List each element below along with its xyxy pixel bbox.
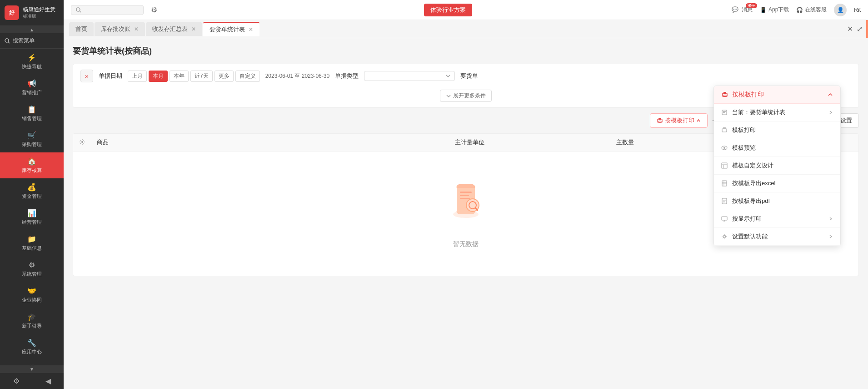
date-filter-label: 单据日期 [99, 72, 122, 80]
dropdown-item-export-excel[interactable]: 按模板导出excel [714, 175, 840, 192]
inventory-icon: 🏠 [27, 157, 36, 166]
chevron-down-icon [445, 73, 451, 79]
tab-order-stats-close[interactable]: ✕ [249, 26, 253, 33]
sidebar-item-operation[interactable]: 📊 经营管理 [0, 204, 64, 230]
topbar-search-icon [76, 7, 81, 13]
sidebar-logo: 好 畅康通好生意 标准版 [0, 0, 64, 26]
date-btn-this-year[interactable]: 本年 [170, 71, 189, 82]
enterprise-icon: 🤝 [27, 287, 36, 295]
tabs-close-btn[interactable]: ✕ [847, 25, 853, 33]
svg-point-0 [5, 39, 9, 42]
tab-collect-summary[interactable]: 收发存汇总表 ✕ [146, 22, 202, 36]
trial-button[interactable]: 体验行业方案 [424, 4, 472, 16]
search-icon [5, 38, 10, 44]
display-print-label: 按显示打印 [732, 215, 762, 223]
tab-inventory-batch-label: 库存批次账 [101, 25, 130, 33]
sidebar-footer: ⚙ ◀ [0, 373, 64, 389]
topbar-search-box[interactable] [71, 5, 144, 15]
messages-area[interactable]: 💬 99+ 消息 [732, 6, 753, 14]
sales-icon: 📋 [27, 105, 36, 114]
tab-home[interactable]: 首页 [69, 22, 94, 36]
tabs-maximize-btn[interactable]: ⤢ [857, 25, 863, 33]
svg-point-8 [81, 141, 83, 143]
sidebar-item-label: 经营管理 [22, 219, 42, 226]
sidebar-scroll-down[interactable]: ▼ [0, 365, 64, 373]
tab-order-stats[interactable]: 要货单统计表 ✕ [203, 22, 259, 36]
svg-rect-20 [723, 111, 726, 112]
printer-small-icon [721, 127, 728, 133]
purchase-icon: 🛒 [27, 131, 36, 140]
sidebar-search[interactable]: 搜索菜单 [0, 33, 64, 49]
date-btn-7days[interactable]: 近7天 [190, 71, 213, 82]
topbar-gear-icon[interactable]: ⚙ [151, 5, 157, 14]
page-title: 要货单统计表(按商品) [73, 45, 859, 56]
sidebar-item-appstore[interactable]: 🔧 应用中心 [0, 334, 64, 360]
sidebar-item-finance[interactable]: 💰 资金管理 [0, 178, 64, 204]
headset-icon: 🎧 [796, 7, 803, 13]
date-btn-more[interactable]: 更多 [215, 71, 234, 82]
sidebar-settings-btn[interactable]: ⚙ [13, 377, 20, 385]
online-service-area[interactable]: 🎧 在线客服 [796, 6, 827, 14]
date-btn-last-month[interactable]: 上月 [128, 71, 147, 82]
chevron-right-icon [828, 110, 833, 115]
operation-icon: 📊 [27, 209, 36, 217]
resize-handle[interactable] [866, 20, 868, 38]
app-logo-icon: 好 [5, 5, 19, 20]
app-download-area[interactable]: 📱 App下载 [760, 6, 789, 14]
print-button[interactable]: 按模板打印 [650, 113, 708, 128]
date-btn-custom[interactable]: 自定义 [235, 71, 260, 82]
expand-more-btn[interactable]: 展开更多条件 [440, 90, 492, 102]
sidebar-item-label: 营销推广 [22, 89, 42, 96]
current-template-item[interactable]: 当前：要货单统计表 [714, 104, 840, 121]
th-unit: 主计量单位 [392, 138, 547, 147]
dropdown-item-template-design[interactable]: 模板自定义设计 [714, 157, 840, 175]
svg-line-3 [80, 11, 81, 12]
svg-rect-22 [722, 129, 727, 132]
dropdown-title: 按模板打印 [732, 91, 764, 99]
sidebar: 好 畅康通好生意 标准版 ▲ 搜索菜单 ⚡ 快捷导航 📢 营销推广 📋 销售管理… [0, 0, 64, 389]
filter-expand-btn[interactable]: » [80, 70, 93, 82]
date-btn-this-month[interactable]: 本月 [149, 71, 168, 82]
svg-rect-17 [723, 92, 726, 94]
export-pdf-label: 按模板导出pdf [732, 197, 770, 205]
dropdown-item-template-preview[interactable]: 模板预览 [714, 139, 840, 157]
sidebar-item-shortcut[interactable]: ⚡ 快捷导航 [0, 49, 64, 75]
sidebar-item-basic[interactable]: 📁 基础信息 [0, 230, 64, 256]
filter-row-1: » 单据日期 上月 本月 本年 近7天 更多 自定义 2023-06-01 至 … [80, 70, 851, 82]
dropdown-item-default-func[interactable]: 设置默认功能 [714, 228, 840, 246]
sidebar-item-enterprise[interactable]: 🤝 企业协同 [0, 282, 64, 308]
finance-icon: 💰 [27, 183, 36, 192]
th-quantity: 主数量 [547, 138, 703, 147]
sidebar-collapse-btn[interactable]: ◀ [45, 377, 51, 385]
sidebar-item-inventory[interactable]: 🏠 库存核算 [0, 152, 64, 178]
dropdown-item-export-pdf[interactable]: 按模板导出pdf [714, 192, 840, 210]
sidebar-item-sales[interactable]: 📋 销售管理 [0, 101, 64, 126]
chevron-right-icon-3 [828, 234, 833, 239]
sidebar-item-system[interactable]: ⚙ 系统管理 [0, 256, 64, 282]
tab-collect-summary-close[interactable]: ✕ [191, 26, 196, 32]
chevron-up-icon [696, 118, 701, 123]
tab-inventory-batch-close[interactable]: ✕ [134, 26, 139, 32]
settings-icon-dropdown [721, 233, 728, 240]
appstore-icon: 🔧 [27, 338, 36, 347]
main-content: ⚙ 体验行业方案 💬 99+ 消息 📱 App下载 🎧 在线客服 👤 Rit [64, 0, 868, 389]
sidebar-item-marketing[interactable]: 📢 营销推广 [0, 75, 64, 101]
dropdown-header[interactable]: 按模板打印 [714, 86, 840, 104]
sidebar-item-purchase[interactable]: 🛒 采购管理 [0, 126, 64, 152]
sidebar-item-label: 基础信息 [22, 245, 42, 252]
export-excel-label: 按模板导出excel [732, 179, 775, 187]
type-select[interactable] [364, 71, 455, 81]
sidebar-scroll-up[interactable]: ▲ [0, 26, 64, 33]
sidebar-item-label: 资金管理 [22, 193, 42, 200]
user-avatar[interactable]: 👤 [834, 4, 847, 16]
topbar: ⚙ 体验行业方案 💬 99+ 消息 📱 App下载 🎧 在线客服 👤 Rit [64, 0, 868, 20]
sidebar-item-weixin[interactable]: 💬 企业微信 [0, 360, 64, 365]
th-settings[interactable] [73, 139, 91, 147]
tab-inventory-batch[interactable]: 库存批次账 ✕ [95, 22, 145, 36]
app-name: 畅康通好生意 [23, 6, 55, 14]
dropdown-item-display-print[interactable]: 按显示打印 [714, 210, 840, 228]
sidebar-item-guide[interactable]: 🎓 新手引导 [0, 308, 64, 334]
dropdown-item-template-print[interactable]: 模板打印 [714, 121, 840, 139]
excel-icon [721, 180, 728, 187]
current-template-label: 当前：要货单统计表 [732, 108, 785, 116]
